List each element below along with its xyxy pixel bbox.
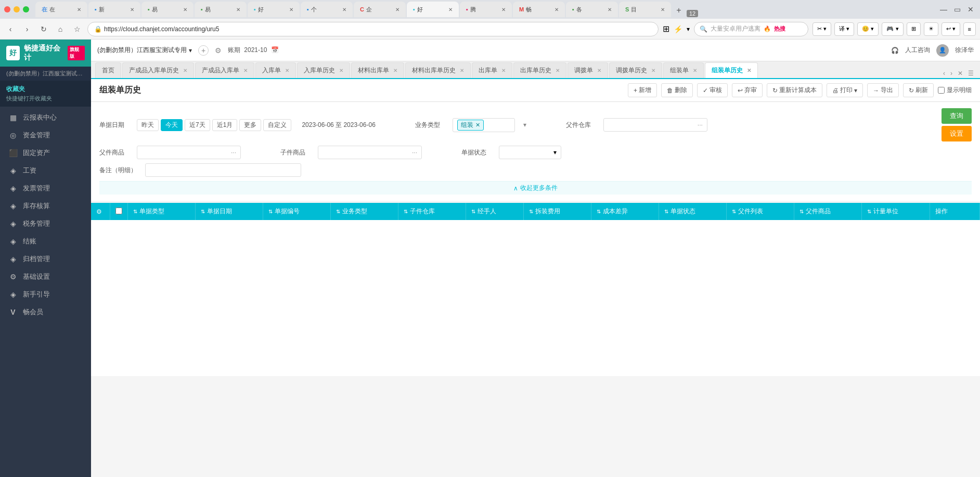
refresh-page-btn[interactable]: ↻ 刷新 [903, 83, 934, 97]
menu-btn[interactable]: ≡ [963, 22, 976, 36]
browser-tab-1[interactable]: 在 在 ✕ [35, 2, 87, 17]
tab-close-pt6[interactable]: ✕ [460, 68, 464, 73]
tab-close-4[interactable]: ✕ [236, 7, 240, 12]
page-tab-4[interactable]: 入库单历史 ✕ [297, 62, 350, 78]
th-order-no[interactable]: ⇅单据编号 [263, 203, 330, 220]
child-goods-input[interactable]: ··· [318, 146, 422, 159]
date-more[interactable]: 更多 [239, 119, 261, 131]
tab-close-pt4[interactable]: ✕ [339, 68, 343, 73]
th-checkbox[interactable] [110, 203, 127, 220]
back-button[interactable]: ‹ [4, 23, 17, 35]
tab-close-pt5[interactable]: ✕ [393, 68, 397, 73]
page-tab-6[interactable]: 材料出库单历史 ✕ [405, 62, 471, 78]
undo-btn[interactable]: ↩ ▾ [942, 22, 960, 36]
add-company-btn[interactable]: + [198, 45, 209, 56]
date-7days[interactable]: 近7天 [185, 119, 210, 131]
sidebar-favorites[interactable]: 收藏夹 快捷键打开收藏夹 [0, 81, 91, 107]
note-filter-input[interactable] [145, 163, 301, 177]
browser-tab-3[interactable]: ▪ 易 ✕ [141, 2, 194, 17]
date-custom[interactable]: 自定义 [263, 119, 291, 131]
sidebar-item-capital[interactable]: ◎ 资金管理 [0, 126, 91, 144]
translate-btn[interactable]: 译 ▾ [834, 22, 854, 36]
unapprove-btn[interactable]: ↩ 弃审 [732, 83, 763, 97]
bookmark-button[interactable]: ☆ [71, 23, 83, 35]
sidebar-item-guide[interactable]: ◈ 新手引导 [0, 286, 91, 303]
th-settings[interactable]: ⚙ [91, 203, 110, 220]
tab-close-1[interactable]: ✕ [77, 7, 81, 12]
parent-warehouse-input[interactable]: ··· [603, 118, 707, 132]
page-tab-7[interactable]: 出库单 ✕ [472, 62, 512, 78]
page-tab-10[interactable]: 调拨单历史 ✕ [609, 62, 662, 78]
settings-gear-btn[interactable]: ⚙ [215, 46, 222, 55]
business-dropdown-arrow[interactable]: ▾ [523, 121, 526, 128]
print-btn[interactable]: 🖨 打印 ▾ [827, 83, 863, 97]
query-btn[interactable]: 查询 [942, 108, 972, 124]
tab-close-7[interactable]: ✕ [395, 7, 399, 12]
print-dropdown[interactable]: ▾ [854, 87, 857, 94]
new-tab-button[interactable]: + [672, 4, 686, 17]
sidebar-item-invoice[interactable]: ◈ 发票管理 [0, 179, 91, 197]
page-tab-5[interactable]: 材料出库单 ✕ [351, 62, 404, 78]
calendar-icon[interactable]: 📅 [271, 46, 279, 54]
th-order-status[interactable]: ⇅单据状态 [659, 203, 727, 220]
recalc-btn[interactable]: ↻ 重新计算成本 [767, 83, 822, 97]
tab-close-12[interactable]: ✕ [661, 7, 665, 12]
browser-tab-4[interactable]: ▪ 易 ✕ [195, 2, 247, 17]
tab-close-pt9[interactable]: ✕ [597, 68, 601, 73]
date-1month[interactable]: 近1月 [212, 119, 238, 131]
tab-close-8[interactable]: ✕ [448, 7, 453, 12]
page-tab-12[interactable]: 组装单历史 ✕ [705, 62, 758, 78]
th-order-type[interactable]: ⇅单据类型 [127, 203, 195, 220]
scissors-btn[interactable]: ✂ ▾ [813, 22, 831, 36]
user-service-label[interactable]: 人工咨询 [905, 46, 930, 55]
dropdown-arrow-nav[interactable]: ▾ [687, 25, 690, 33]
sidebar-item-member[interactable]: V 畅会员 [0, 303, 91, 321]
th-biz-type[interactable]: ⇅业务类型 [330, 203, 398, 220]
window-minimize[interactable]: — [938, 4, 949, 15]
tab-close-pt10[interactable]: ✕ [651, 68, 655, 73]
sidebar-item-settlement[interactable]: ◈ 结账 [0, 233, 91, 250]
show-detail-checkbox-wrapper[interactable]: 显示明细 [938, 86, 972, 95]
date-yesterday[interactable]: 昨天 [137, 119, 159, 131]
page-tab-8[interactable]: 出库单历史 ✕ [513, 62, 566, 78]
browser-tab-2[interactable]: ▪ 新 ✕ [88, 2, 140, 17]
tab-scroll-left[interactable]: ‹ › ✕ ☰ [941, 69, 976, 78]
forward-button[interactable]: › [21, 23, 33, 35]
delete-btn[interactable]: 🗑 删除 [661, 83, 693, 97]
grid-btn[interactable]: ⊞ [907, 22, 921, 36]
browser-tab-7[interactable]: C 企 ✕ [354, 2, 406, 17]
browser-tab-6[interactable]: ▪ 个 ✕ [301, 2, 353, 17]
browser-tab-12[interactable]: S 目 ✕ [619, 2, 671, 17]
tab-close-10[interactable]: ✕ [555, 7, 559, 12]
lightning-icon[interactable]: ⚡ [674, 25, 682, 33]
sidebar-item-settings[interactable]: ⚙ 基础设置 [0, 268, 91, 286]
parent-goods-dots[interactable]: ··· [231, 149, 236, 156]
tab-close-6[interactable]: ✕ [342, 7, 346, 12]
home-button[interactable]: ⌂ [54, 23, 67, 35]
window-close[interactable]: ✕ [965, 4, 976, 15]
th-parent-goods[interactable]: ⇅父件商品 [794, 203, 862, 220]
settings-query-btn[interactable]: 设置 [942, 126, 972, 141]
th-order-date[interactable]: ⇅单据日期 [195, 203, 263, 220]
tab-close-pt12[interactable]: ✕ [747, 68, 751, 73]
page-tab-3[interactable]: 入库单 ✕ [255, 62, 296, 78]
tab-close-pt3[interactable]: ✕ [285, 68, 289, 73]
business-type-filter[interactable]: 组装 ✕ [453, 118, 515, 132]
browser-tab-11[interactable]: ▪ 各 ✕ [566, 2, 618, 17]
sidebar-item-wage[interactable]: ◈ 工资 [0, 162, 91, 179]
refresh-button[interactable]: ↻ [37, 23, 50, 35]
export-btn[interactable]: → 导出 [867, 83, 899, 97]
order-status-select[interactable]: ▾ [499, 146, 561, 159]
new-btn[interactable]: + 新增 [628, 83, 657, 97]
tab-close-9[interactable]: ✕ [501, 7, 506, 12]
sidebar-item-fixed-assets[interactable]: ⬛ 固定资产 [0, 144, 91, 162]
tab-close-11[interactable]: ✕ [608, 7, 612, 12]
browser-tab-5[interactable]: ▪ 好 ✕ [248, 2, 300, 17]
game-btn[interactable]: 🎮 ▾ [882, 22, 903, 36]
tab-close-3[interactable]: ✕ [183, 7, 187, 12]
th-disassembly-fee[interactable]: ⇅拆装费用 [523, 203, 591, 220]
parent-warehouse-dots[interactable]: ··· [698, 121, 703, 128]
search-bar[interactable]: 🔍 大量安卓用户逃离 🔥 热搜 [694, 22, 808, 36]
browser-tab-8[interactable]: ▪ 好 ✕ [407, 2, 459, 17]
address-bar[interactable]: 🔒 https://cloud.chanjet.com/accounting/u… [87, 22, 659, 36]
